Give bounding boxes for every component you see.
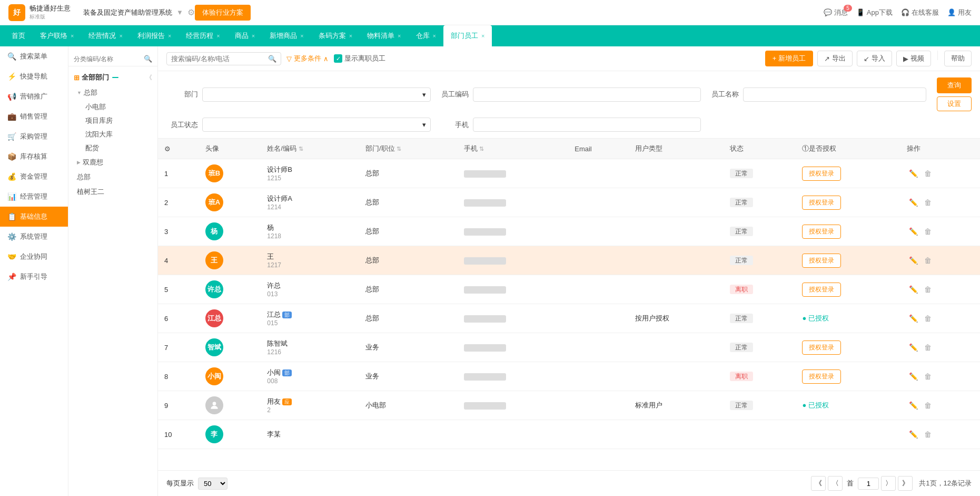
close-icon[interactable]: × (481, 33, 484, 39)
delete-button[interactable]: 🗑 (922, 255, 934, 266)
delete-button[interactable]: 🗑 (922, 197, 934, 208)
tree-node-xiaodian[interactable]: 小电部 (73, 100, 157, 114)
sidebar-item-shortcut[interactable]: ⚡ 快捷导航 (0, 66, 68, 86)
reset-button[interactable]: 设置 (937, 96, 972, 111)
dept-filter-select[interactable]: ▾ (202, 87, 431, 102)
show-resigned-toggle[interactable]: ✓ 显示离职员工 (334, 54, 385, 63)
tab-warehouse[interactable]: 仓库× (409, 25, 443, 46)
status-filter-select[interactable]: ▾ (202, 118, 431, 132)
sidebar-item-purchase[interactable]: 🛒 采购管理 (0, 127, 68, 147)
tree-node-project[interactable]: 项目库房 (73, 114, 157, 128)
help-button[interactable]: 帮助 (944, 51, 972, 66)
edit-button[interactable]: ✏️ (907, 342, 920, 353)
first-page-btn[interactable]: 《 (811, 476, 826, 491)
tab-customer[interactable]: 客户联络× (33, 25, 81, 46)
delete-button[interactable]: 🗑 (922, 168, 934, 179)
close-icon[interactable]: × (300, 33, 303, 39)
import-button[interactable]: ↙ 导入 (857, 51, 892, 66)
video-button[interactable]: ▶ 视频 (896, 51, 931, 66)
tab-bom[interactable]: 物料清单× (360, 25, 408, 46)
tab-barcode[interactable]: 条码方案× (311, 25, 360, 46)
sidebar-item-finance[interactable]: 💰 资金管理 (0, 167, 68, 187)
sidebar-item-marketing[interactable]: 📢 营销推广 (0, 86, 68, 106)
delete-button[interactable]: 🗑 (922, 371, 934, 382)
next-page-btn[interactable]: 〉 (881, 476, 896, 491)
sidebar-item-guide[interactable]: 📌 新手引导 (0, 267, 68, 287)
dept-search-input[interactable] (74, 55, 144, 63)
empname-input[interactable] (743, 87, 926, 102)
edit-button[interactable]: ✏️ (907, 226, 920, 237)
delete-button[interactable]: 🗑 (922, 342, 934, 353)
tree-node-zongbu-root[interactable]: ▼ 总部 (73, 85, 157, 100)
delete-button[interactable]: 🗑 (922, 313, 934, 324)
export-button[interactable]: ↗ 导出 (817, 51, 853, 66)
delete-button[interactable]: 🗑 (922, 226, 934, 237)
search-input[interactable] (171, 55, 266, 63)
trial-button[interactable]: 体验行业方案 (195, 5, 251, 21)
close-icon[interactable]: × (71, 33, 74, 39)
empcode-input[interactable] (473, 87, 701, 102)
tab-profit[interactable]: 利润报告× (130, 25, 179, 46)
close-icon[interactable]: × (216, 33, 220, 39)
sidebar-item-sales[interactable]: 💼 销售管理 (0, 106, 68, 127)
tab-home[interactable]: 首页 (4, 25, 33, 46)
system-title-dropdown[interactable]: ▼ (176, 8, 183, 16)
last-page-btn[interactable]: 》 (898, 476, 913, 491)
edit-button[interactable]: ✏️ (907, 197, 920, 208)
sidebar-item-inventory[interactable]: 📦 库存核算 (0, 147, 68, 167)
edit-button[interactable]: ✏️ (907, 255, 920, 266)
tab-employees[interactable]: 部门员工× (443, 25, 492, 46)
app-download-wrap[interactable]: 📱 App下载 (856, 8, 893, 17)
tab-history[interactable]: 经营历程× (179, 25, 227, 46)
close-icon[interactable]: × (119, 33, 122, 39)
settings-icon[interactable]: ⚙ (187, 7, 195, 17)
close-icon[interactable]: × (349, 33, 352, 39)
sidebar-item-collab[interactable]: 🤝 企业协同 (0, 247, 68, 267)
col-settings[interactable]: ⚙ (158, 139, 199, 159)
close-icon[interactable]: × (398, 33, 401, 39)
tab-operations[interactable]: 经营情况× (81, 25, 130, 46)
user-wrap[interactable]: 👤 用友 (947, 8, 972, 17)
edit-button[interactable]: ✏️ (907, 429, 920, 440)
sidebar-item-system[interactable]: ⚙️ 系统管理 (0, 227, 68, 247)
auth-button[interactable]: 授权登录 (802, 283, 841, 297)
edit-button[interactable]: ✏️ (907, 313, 920, 324)
close-icon[interactable]: × (168, 33, 171, 39)
per-page-select[interactable]: 50 100 (198, 478, 227, 490)
close-icon[interactable]: × (433, 33, 436, 39)
search-icon[interactable]: 🔍 (268, 55, 276, 63)
tab-goods[interactable]: 商品× (227, 25, 262, 46)
edit-button[interactable]: ✏️ (907, 284, 920, 295)
query-button[interactable]: 查询 (937, 77, 972, 93)
close-icon[interactable]: × (252, 33, 255, 39)
more-filter-btn[interactable]: ▽ 更多条件 ∧ (286, 54, 329, 63)
tree-node-peihuo[interactable]: 配货 (73, 141, 157, 155)
tree-node-shuanglu[interactable]: ▶ 双鹿想 (73, 155, 157, 170)
auth-button[interactable]: 授权登录 (802, 341, 841, 355)
tab-add-goods[interactable]: 新增商品× (262, 25, 311, 46)
sidebar-item-mgmt[interactable]: 📊 经营管理 (0, 187, 68, 207)
dept-collapse-btn[interactable]: 《 (146, 73, 152, 82)
dept-search-icon[interactable]: 🔍 (144, 55, 152, 63)
tree-node-zongbu[interactable]: 总部 (73, 170, 157, 184)
col-name[interactable]: 姓名/编码 ⇅ (261, 139, 359, 159)
auth-button[interactable]: 授权登录 (802, 254, 841, 268)
delete-button[interactable]: 🗑 (922, 429, 934, 440)
page-input[interactable] (858, 478, 879, 490)
tree-node-shenyang[interactable]: 沈阳大库 (73, 128, 157, 141)
add-employee-button[interactable]: + 新增员工 (765, 51, 813, 66)
message-icon-wrap[interactable]: 💬 消息 5 (824, 8, 848, 17)
auth-button[interactable]: 授权登录 (802, 369, 841, 384)
edit-button[interactable]: ✏️ (907, 400, 920, 411)
prev-page-btn[interactable]: 〈 (828, 476, 843, 491)
col-phone[interactable]: 手机 ⇅ (458, 139, 569, 159)
auth-button[interactable]: 授权登录 (802, 196, 841, 210)
col-dept[interactable]: 部门/职位 ⇅ (359, 139, 458, 159)
tree-node-zhishu[interactable]: 植树王二 (73, 184, 157, 199)
online-service-wrap[interactable]: 🎧 在线客服 (901, 8, 939, 17)
sidebar-item-search[interactable]: 🔍 搜索菜单 (0, 46, 68, 66)
delete-button[interactable]: 🗑 (922, 284, 934, 295)
edit-button[interactable]: ✏️ (907, 371, 920, 382)
sidebar-item-basic[interactable]: 📋 基础信息 (0, 207, 68, 227)
auth-button[interactable]: 授权登录 (802, 225, 841, 239)
